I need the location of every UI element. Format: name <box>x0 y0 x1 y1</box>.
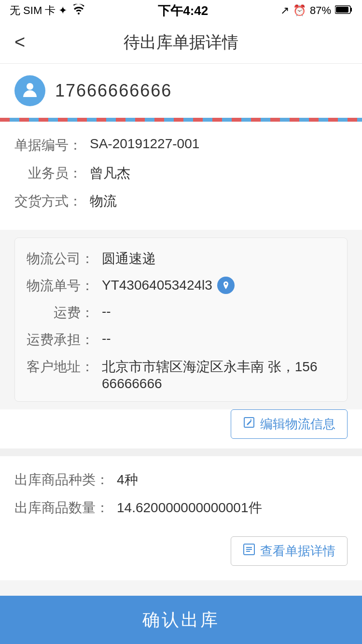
edit-icon <box>243 416 255 432</box>
status-bar: 无 SIM 卡 ✦ 下午4:42 ↗ ⏰ 87% <box>0 0 362 21</box>
freight-value: -- <box>102 304 335 319</box>
delivery-row: 交货方式： 物流 <box>14 192 348 210</box>
goods-quantity-value: 14.620000000000001件 <box>117 499 262 517</box>
logistics-tracking-value: YT43064053424l3 <box>102 277 335 294</box>
status-time: 下午4:42 <box>158 2 208 19</box>
agent-label: 业务员： <box>14 164 82 182</box>
edit-logistics-button[interactable]: 编辑物流信息 <box>231 409 348 439</box>
location-status-icon: ↗ <box>280 4 289 17</box>
user-phone: 17666666666 <box>55 81 172 101</box>
detail-btn-label: 查看单据详情 <box>260 543 335 560</box>
battery-icon <box>335 4 352 17</box>
logistics-card: 物流公司： 圆通速递 物流单号： YT43064053424l3 运费： -- … <box>14 238 348 402</box>
battery-level: 87% <box>310 4 331 17</box>
status-left: 无 SIM 卡 ✦ <box>10 3 85 18</box>
freight-row: 运费： -- <box>27 304 335 322</box>
delivery-label: 交货方式： <box>14 192 82 210</box>
address-value: 北京市市辖区海淀区永丰南 张，156 66666666 <box>102 358 335 392</box>
document-number-value: SA-20191227-001 <box>90 136 348 152</box>
document-info-section: 单据编号： SA-20191227-001 业务员： 曾凡杰 交货方式： 物流 <box>0 122 362 230</box>
document-number-label: 单据编号： <box>14 136 82 154</box>
avatar <box>14 75 45 106</box>
logistics-tracking-label: 物流单号： <box>27 277 94 295</box>
dashed-divider <box>0 118 362 122</box>
alarm-icon: ⏰ <box>293 4 306 17</box>
freight-burden-row: 运费承担： -- <box>27 331 335 349</box>
confirm-outbound-button[interactable]: 确认出库 <box>0 596 362 644</box>
freight-burden-value: -- <box>102 331 335 346</box>
logistics-tracking-row: 物流单号： YT43064053424l3 <box>27 277 335 295</box>
detail-btn-row: 查看单据详情 <box>0 536 362 580</box>
person-icon <box>21 81 39 101</box>
view-detail-button[interactable]: 查看单据详情 <box>231 536 348 566</box>
goods-type-label: 出库商品种类： <box>14 471 109 489</box>
agent-value: 曾凡杰 <box>90 164 348 182</box>
user-header: 17666666666 <box>0 64 362 118</box>
list-icon <box>243 543 255 559</box>
tracking-location-icon[interactable] <box>217 277 235 294</box>
freight-burden-label: 运费承担： <box>27 331 94 349</box>
edit-btn-label: 编辑物流信息 <box>260 416 335 433</box>
logistics-company-row: 物流公司： 圆通速递 <box>27 250 335 268</box>
agent-row: 业务员： 曾凡杰 <box>14 164 348 182</box>
goods-type-value: 4种 <box>117 471 138 489</box>
confirm-btn-label: 确认出库 <box>142 608 220 632</box>
logistics-company-label: 物流公司： <box>27 250 94 268</box>
goods-section: 出库商品种类： 4种 出库商品数量： 14.620000000000001件 <box>0 456 362 536</box>
freight-label: 运费： <box>27 304 94 322</box>
address-row: 客户地址： 北京市市辖区海淀区永丰南 张，156 66666666 <box>27 358 335 392</box>
svg-rect-1 <box>350 8 352 12</box>
wifi-icon <box>72 4 85 17</box>
sim-status: 无 SIM 卡 ✦ <box>10 3 67 18</box>
section-divider <box>0 448 362 456</box>
logistics-company-value: 圆通速递 <box>102 250 335 268</box>
status-right: ↗ ⏰ 87% <box>280 4 352 17</box>
back-button[interactable]: < <box>14 32 25 53</box>
goods-quantity-row: 出库商品数量： 14.620000000000001件 <box>14 499 348 517</box>
document-number-row: 单据编号： SA-20191227-001 <box>14 136 348 154</box>
address-label: 客户地址： <box>27 358 94 376</box>
svg-rect-2 <box>336 7 348 13</box>
svg-point-3 <box>27 83 33 90</box>
delivery-value: 物流 <box>90 192 348 210</box>
page-title: 待出库单据详情 <box>124 31 238 54</box>
nav-bar: < 待出库单据详情 <box>0 21 362 64</box>
goods-quantity-label: 出库商品数量： <box>14 499 109 517</box>
goods-type-row: 出库商品种类： 4种 <box>14 471 348 489</box>
edit-btn-row: 编辑物流信息 <box>0 409 362 448</box>
